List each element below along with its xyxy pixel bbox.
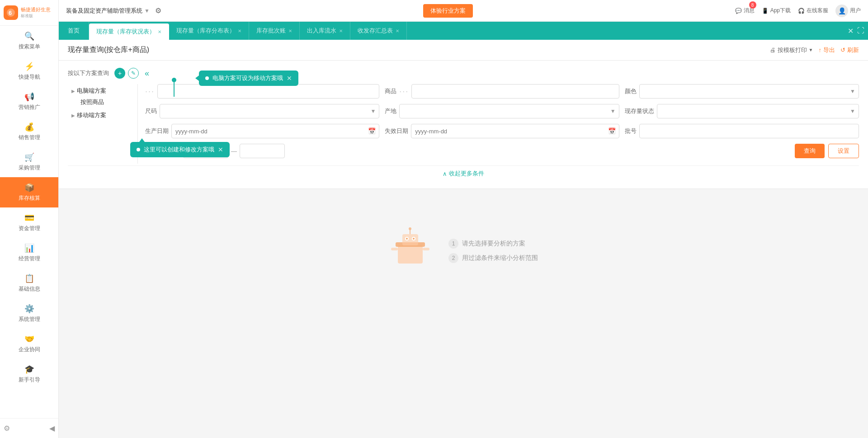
notification-count: 8 [749,1,756,9]
purchase-icon: 🛒 [24,152,34,162]
scheme-desktop-parent[interactable]: ▶ 电脑端方案 [68,85,134,97]
tooltip-arrow2 [139,138,145,142]
tab-inventory-status-close[interactable]: ✕ [158,29,161,34]
sidebar-item-inventory[interactable]: 📦 库存核算 [0,177,58,207]
dots-icon2: ··· [399,87,409,96]
print-btn[interactable]: 🖨 按模板打印 ▼ [770,46,813,54]
tooltip-close2[interactable]: ✕ [218,146,223,153]
filter-row-2: 尺码 ▼ 产地 ▼ [145,104,859,118]
sidebar-item-label: 快捷导航 [19,73,40,81]
step-1-text: 请先选择要分析的方案 [462,240,525,248]
filter-row-4: 现存量（主） — 查询 设置 [145,144,859,158]
empty-step-1: 1 请先选择要分析的方案 [448,239,538,249]
tab-inventory-status[interactable]: 现存量（库存状况表） ✕ [89,24,169,40]
query-button[interactable]: 查询 [795,144,825,158]
tab-inout-flow-close[interactable]: ✕ [339,28,343,33]
back-scheme-btn[interactable]: « [142,68,152,79]
sidebar-item-guide[interactable]: 🎓 新手引导 [0,359,58,389]
svg-point-8 [413,238,415,240]
inventory-status-select[interactable] [657,104,859,118]
add-scheme-btn[interactable]: + [114,68,125,79]
app-download-action[interactable]: 📱 App下载 [762,7,791,14]
notification-action[interactable]: 💬 消息 8 [735,7,755,14]
svg-point-10 [409,227,411,230]
system-name: 装备及固定资产辅助管理系统 [66,7,142,15]
tooltip-arrow1 [195,75,199,81]
close-all-tabs-icon[interactable]: ✕ [848,27,854,35]
tooltip-close1[interactable]: ✕ [287,75,292,82]
field-color: 颜色 ▼ [625,84,859,99]
tab-inventory-dist[interactable]: 现存量（库存分布表） ✕ [169,22,249,40]
set-button[interactable]: 设置 [828,144,859,158]
tab-inventory-dist-close[interactable]: ✕ [238,28,241,33]
sidebar-item-label: 销售管理 [19,134,40,141]
sidebar-item-operations[interactable]: 📊 经营管理 [0,238,58,268]
scheme-mobile-parent[interactable]: ▶ 移动端方案 [68,109,134,121]
sidebar-item-marketing[interactable]: 📢 营销推广 [0,86,58,117]
print-chevron: ▼ [809,47,813,52]
tab-home-label: 首页 [68,27,80,35]
query-actions: 查询 设置 [795,144,859,158]
tab-batch-ledger-close[interactable]: ✕ [288,28,292,33]
connector [172,78,176,97]
expire-date-input[interactable] [411,124,619,138]
field-produce-date: 生产日期 📅 [145,124,379,138]
online-support-action[interactable]: 🎧 在线客服 [798,7,828,14]
sidebar-item-purchase[interactable]: 🛒 采购管理 [0,147,58,177]
size-select[interactable] [160,104,379,118]
empty-steps: 1 请先选择要分析的方案 2 用过滤条件来缩小分析范围 [448,239,538,263]
phone-icon: 📱 [762,8,769,14]
origin-select[interactable] [399,104,619,118]
tooltip-scheme-create: 这里可以创建和修改方案哦 ✕ [130,142,230,157]
warehouse-input[interactable] [157,84,379,99]
sidebar-item-sales[interactable]: 💰 销售管理 [0,117,58,147]
batch-no-input[interactable] [639,124,859,138]
tab-recv-send-summary[interactable]: 收发存汇总表 ✕ [350,22,407,40]
refresh-btn[interactable]: ↺ 刷新 [840,46,859,54]
expand-tab-icon[interactable]: ⛶ [857,27,864,35]
sidebar-item-basic[interactable]: 📋 基础信息 [0,268,58,298]
user-action[interactable]: 👤 用户 [835,5,861,17]
step-num-1: 1 [448,239,458,249]
produce-date-input[interactable] [171,124,379,138]
sidebar-item-finance[interactable]: 💳 资金管理 [0,207,58,238]
export-btn[interactable]: ↑ 导出 [819,46,835,54]
filter-header-row: 按以下方案查询 + ✎ « [68,68,859,79]
experience-btn[interactable]: 体验行业方案 [423,4,473,18]
scheme-item-goods[interactable]: 按照商品 [77,97,134,108]
collapse-sidebar-icon[interactable]: ◀ [49,424,55,433]
chevron-up-icon: ∧ [443,170,447,177]
online-support-label: 在线客服 [807,7,828,14]
field-batch-no: 批号 [625,124,859,138]
tab-batch-ledger-label: 库存批次账 [256,27,286,35]
search-menu-icon: 🔍 [24,31,34,41]
settings-gear-icon[interactable]: ⚙ [155,6,161,15]
field-goods: 商品 ··· [385,84,619,99]
sidebar-item-label: 搜索菜单 [19,43,40,51]
collapse-bar[interactable]: ∧ 收起更多条件 [68,165,859,181]
goods-input[interactable] [411,84,619,99]
tab-inout-flow[interactable]: 出入库流水 ✕ [300,22,350,40]
sidebar-item-enterprise[interactable]: 🤝 企业协同 [0,329,58,359]
tab-batch-ledger[interactable]: 库存批次账 ✕ [249,22,300,40]
sidebar-item-label: 资金管理 [19,225,40,232]
field-origin: 产地 ▼ [385,104,619,118]
sidebar-item-system[interactable]: ⚙️ 系统管理 [0,298,58,329]
settings-icon[interactable]: ⚙ [4,424,10,433]
sidebar-item-label: 基础信息 [19,285,40,293]
produce-date-label: 生产日期 [145,127,169,135]
sidebar-item-search-menu[interactable]: 🔍 搜索菜单 [0,26,58,56]
batch-no-label: 批号 [625,127,637,135]
edit-scheme-btn[interactable]: ✎ [128,68,139,79]
scheme-desktop-label: 电脑端方案 [77,87,106,95]
guide-icon: 🎓 [24,364,34,374]
sidebar-item-label: 库存核算 [19,194,40,202]
sidebar-item-quick-nav[interactable]: ⚡ 快捷导航 [0,56,58,86]
tab-home[interactable]: 首页 [59,22,89,40]
inventory-qty-max[interactable] [240,144,285,158]
system-name-selector[interactable]: 装备及固定资产辅助管理系统 ▼ [66,7,150,15]
headset-icon: 🎧 [798,8,805,14]
filter-row-3: 生产日期 📅 失效日期 📅 [145,124,859,138]
tab-recv-send-summary-close[interactable]: ✕ [396,28,399,33]
color-select[interactable] [639,84,859,99]
